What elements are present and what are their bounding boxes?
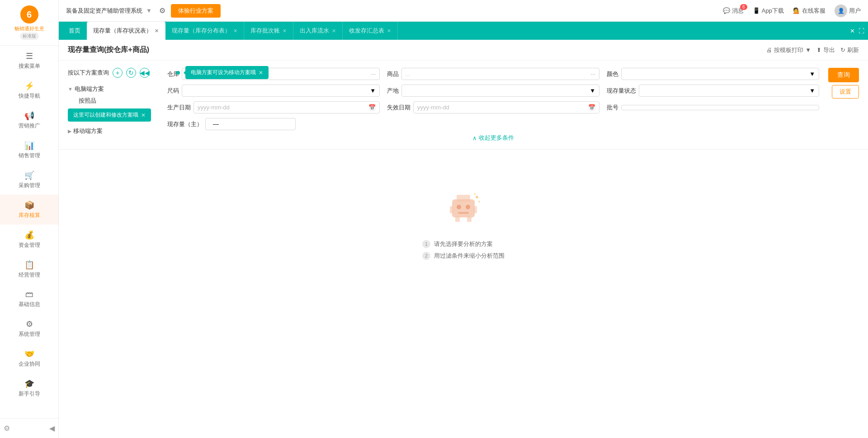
set-btn[interactable]: 设置 bbox=[832, 85, 859, 99]
sidebar-settings-btn[interactable]: ⚙ bbox=[4, 424, 10, 433]
filter-back-btn[interactable]: ◀◀ bbox=[140, 68, 150, 78]
filter-batch-row: 批号 bbox=[607, 101, 819, 113]
operations-icon: 📋 bbox=[24, 260, 34, 270]
filter-product-label: 商品 bbox=[387, 70, 399, 78]
sidebar-item-sales[interactable]: 📊 销售管理 bbox=[0, 135, 58, 165]
sidebar: 6 畅销通好生意 标准版 ☰ 搜索菜单 ⚡ 快捷导航 📢 营销推广 📊 销售管理… bbox=[0, 0, 59, 438]
filter-stock-main-input[interactable]: — bbox=[205, 118, 296, 130]
sidebar-item-label: 库存核算 bbox=[19, 212, 40, 219]
hint-text-2: 用过滤条件来缩小分析范围 bbox=[434, 252, 505, 260]
scheme-pc[interactable]: ▼ 电脑端方案 bbox=[68, 83, 158, 95]
filter-expire-date-row: 失效日期 yyyy-mm-dd 📅 bbox=[387, 101, 599, 113]
filter-origin-label: 产地 bbox=[387, 87, 399, 95]
trial-btn[interactable]: 体验行业方案 bbox=[171, 4, 221, 18]
message-badge: 6 bbox=[740, 4, 747, 10]
logo-icon: 6 bbox=[20, 5, 38, 24]
system-dropdown-icon[interactable]: ▼ bbox=[146, 7, 152, 14]
sidebar-item-system[interactable]: ⚙ 系统管理 bbox=[0, 314, 58, 344]
filter-stock-main-label: 现存量（主） bbox=[167, 120, 203, 128]
content-area: 现存量查询(按仓库+商品) 🖨 按模板打印 ▼ ⬆ 导出 ↻ 刷新 bbox=[59, 40, 868, 438]
search-btn[interactable]: 查询 bbox=[828, 68, 859, 82]
sidebar-item-label: 系统管理 bbox=[19, 330, 40, 338]
filter-add-btn[interactable]: + bbox=[113, 68, 123, 78]
filter-color-label: 颜色 bbox=[607, 70, 618, 78]
sidebar-item-purchase[interactable]: 🛒 采购管理 bbox=[0, 165, 58, 195]
tab-inout-flow[interactable]: 出入库流水 ✕ bbox=[293, 22, 343, 40]
svg-rect-5 bbox=[450, 206, 453, 213]
sidebar-bottom: ⚙ ◀ bbox=[0, 418, 58, 438]
filter-color-select[interactable]: ▼ bbox=[621, 68, 819, 80]
print-icon: 🖨 bbox=[766, 47, 772, 53]
sidebar-item-label: 企业协同 bbox=[19, 360, 40, 368]
svg-rect-0 bbox=[452, 199, 475, 217]
tab-receive-summary[interactable]: 收发存汇总表 ✕ bbox=[343, 22, 398, 40]
filter-expire-date-input[interactable]: yyyy-mm-dd 📅 bbox=[413, 101, 599, 113]
user-action[interactable]: 👤 用户 bbox=[835, 5, 861, 17]
online-service-action[interactable]: 💁 在线客服 bbox=[793, 7, 826, 15]
tab-bar: 首页 现存量（库存状况表） ✕ 现存量（库存分布表） ✕ 库存批次账 ✕ 出入库… bbox=[59, 22, 868, 40]
sidebar-collapse-btn[interactable]: ◀ bbox=[49, 424, 55, 433]
filter-prod-date-input[interactable]: yyyy-mm-dd 📅 bbox=[193, 101, 380, 113]
tab-inventory-dist[interactable]: 现存量（库存分布表） ✕ bbox=[165, 22, 244, 40]
tab-close-all-icon[interactable]: ✕ bbox=[850, 28, 855, 34]
tab-close-inventory-status[interactable]: ✕ bbox=[155, 28, 159, 34]
filter-stock-status-select[interactable]: ▼ bbox=[639, 85, 819, 97]
collapse-bar[interactable]: ∧ 收起更多条件 bbox=[167, 134, 819, 142]
user-avatar: 👤 bbox=[835, 5, 847, 17]
search-menu-icon: ☰ bbox=[26, 51, 33, 61]
empty-state: 1 请先选择要分析的方案 2 用过滤条件来缩小分析范围 bbox=[59, 150, 868, 296]
scheme-mobile[interactable]: ▶ 移动端方案 bbox=[68, 125, 158, 137]
print-btn[interactable]: 🖨 按模板打印 ▼ bbox=[766, 46, 811, 54]
filter-refresh-btn[interactable]: ↻ bbox=[126, 68, 136, 78]
filter-label: 按以下方案查询 bbox=[68, 69, 109, 77]
filter-product-input[interactable]: ... ··· bbox=[401, 68, 599, 80]
tab-close-inventory-batch[interactable]: ✕ bbox=[283, 28, 287, 34]
tooltip-create-close[interactable]: ✕ bbox=[141, 112, 146, 118]
scheme-pc-label: 电脑端方案 bbox=[75, 85, 104, 93]
message-action[interactable]: 💬 消息 6 bbox=[723, 7, 744, 15]
filter-header: 按以下方案查询 + ↻ ◀◀ 电脑方案可设为移动方案哦 ✕ bbox=[68, 68, 158, 78]
sidebar-item-label: 资金管理 bbox=[19, 241, 40, 249]
hint-text-1: 请先选择要分析的方案 bbox=[434, 240, 493, 248]
logo-badge: 标准版 bbox=[20, 33, 39, 40]
svg-point-10 bbox=[478, 201, 480, 203]
refresh-btn[interactable]: ↻ 刷新 bbox=[840, 46, 859, 54]
filter-origin-select[interactable]: ▼ bbox=[401, 85, 599, 97]
tab-close-receive-summary[interactable]: ✕ bbox=[387, 28, 391, 34]
sidebar-item-quick-nav[interactable]: ⚡ 快捷导航 bbox=[0, 75, 58, 105]
page-title-bar: 现存量查询(按仓库+商品) 🖨 按模板打印 ▼ ⬆ 导出 ↻ 刷新 bbox=[59, 40, 868, 61]
scheme-mobile-label: 移动端方案 bbox=[73, 127, 103, 135]
inventory-icon: 📦 bbox=[24, 200, 34, 210]
filter-size-select[interactable]: ▼ bbox=[182, 85, 380, 97]
tab-home[interactable]: 首页 bbox=[62, 22, 87, 40]
system-icon: ⚙ bbox=[26, 319, 33, 329]
export-btn[interactable]: ⬆ 导出 bbox=[816, 46, 835, 54]
tooltip-scheme-close[interactable]: ✕ bbox=[259, 70, 263, 76]
sidebar-item-marketing[interactable]: 📢 营销推广 bbox=[0, 105, 58, 135]
filter-color-row: 颜色 ▼ bbox=[607, 68, 819, 80]
header-settings-btn[interactable]: ⚙ bbox=[159, 6, 165, 15]
svg-point-9 bbox=[476, 196, 478, 198]
filter-product-row: 商品 ... ··· bbox=[387, 68, 599, 80]
tab-inventory-status[interactable]: 现存量（库存状况表） ✕ bbox=[87, 22, 165, 40]
app-download-action[interactable]: 📱 App下载 bbox=[753, 7, 784, 15]
filter-batch-input[interactable] bbox=[621, 105, 819, 110]
expire-date-calendar-icon: 📅 bbox=[588, 104, 595, 111]
svg-rect-1 bbox=[457, 195, 470, 202]
tab-close-inventory-dist[interactable]: ✕ bbox=[233, 28, 237, 34]
tab-inventory-batch[interactable]: 库存批次账 ✕ bbox=[244, 22, 293, 40]
tab-close-inout-flow[interactable]: ✕ bbox=[332, 28, 336, 34]
empty-icon bbox=[441, 186, 486, 231]
print-dropdown-icon: ▼ bbox=[805, 47, 811, 53]
sidebar-item-search-menu[interactable]: ☰ 搜索菜单 bbox=[0, 46, 58, 75]
prod-date-calendar-icon: 📅 bbox=[368, 104, 376, 111]
sidebar-item-operations[interactable]: 📋 经营管理 bbox=[0, 254, 58, 284]
sidebar-item-assets[interactable]: 💰 资金管理 bbox=[0, 225, 58, 254]
scheme-pc-sub[interactable]: 按照品 bbox=[68, 95, 158, 107]
sidebar-item-label: 采购管理 bbox=[19, 182, 40, 189]
sidebar-item-inventory[interactable]: 📦 库存核算 bbox=[0, 195, 58, 225]
sidebar-item-enterprise[interactable]: 🤝 企业协同 bbox=[0, 344, 58, 373]
sidebar-item-basics[interactable]: 🗃 基础信息 bbox=[0, 284, 58, 314]
sidebar-item-guide[interactable]: 🎓 新手引导 bbox=[0, 373, 58, 403]
tab-expand-icon[interactable]: ⛶ bbox=[859, 28, 864, 34]
